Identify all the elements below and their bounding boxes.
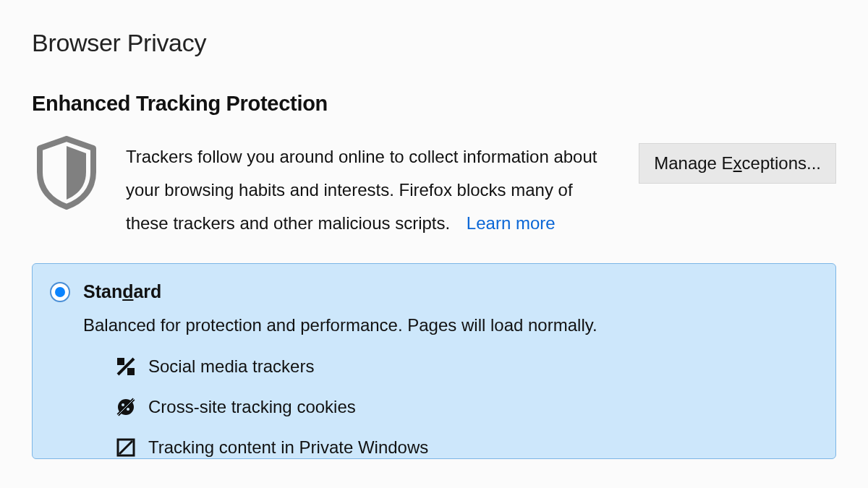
option-label-standard: Standard <box>83 281 161 302</box>
svg-rect-1 <box>127 368 135 375</box>
page-title: Browser Privacy <box>32 29 836 57</box>
standard-option-card[interactable]: Standard Balanced for protection and per… <box>32 263 836 459</box>
section-title: Enhanced Tracking Protection <box>32 92 836 116</box>
list-item: Social media trackers <box>115 356 818 377</box>
intro-row: Trackers follow you around online to col… <box>32 136 836 240</box>
svg-rect-0 <box>117 358 124 365</box>
feature-label: Cross-site tracking cookies <box>148 397 356 417</box>
svg-line-9 <box>119 441 132 454</box>
learn-more-link[interactable]: Learn more <box>467 213 556 233</box>
shield-icon <box>32 136 101 210</box>
option-description: Balanced for protection and performance.… <box>83 315 818 335</box>
feature-label: Tracking content in Private Windows <box>148 437 428 458</box>
cookies-icon <box>115 396 137 418</box>
intro-text-block: Trackers follow you around online to col… <box>126 136 614 240</box>
social-trackers-icon <box>115 356 137 377</box>
svg-point-4 <box>122 403 124 406</box>
list-item: Tracking content in Private Windows <box>115 437 818 458</box>
feature-label: Social media trackers <box>148 356 314 377</box>
list-item: Cross-site tracking cookies <box>115 396 818 418</box>
manage-exceptions-button[interactable]: Manage Exceptions... <box>639 143 836 184</box>
radio-standard[interactable] <box>50 282 70 302</box>
feature-list: Social media trackers Cross-site trackin… <box>115 356 818 458</box>
svg-point-5 <box>127 408 129 411</box>
tracking-content-icon <box>115 437 137 458</box>
